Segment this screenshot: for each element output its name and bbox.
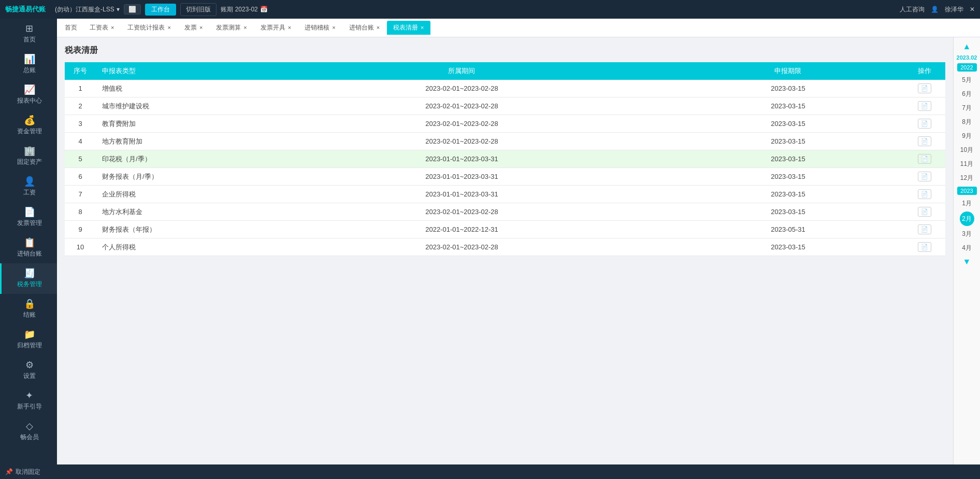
table-row: 9 财务报表（年报） 2022-01-01~2022-12-31 2023-05… xyxy=(65,221,945,238)
timeline-mar[interactable]: 3月 xyxy=(954,227,980,241)
tab-invoice-close[interactable]: × xyxy=(199,25,203,31)
timeline-current-year: 2023 xyxy=(957,187,977,195)
bottom-bar-label: 取消固定 xyxy=(16,468,40,476)
sidebar-item-close[interactable]: 🔒 结账 xyxy=(0,294,57,325)
tab-home[interactable]: 首页 xyxy=(60,21,82,35)
sidebar-item-tax[interactable]: 🧾 税务管理 xyxy=(0,263,57,294)
cell-action[interactable]: 📄 xyxy=(904,80,945,97)
action-btn[interactable]: 📄 xyxy=(918,83,931,93)
cell-action[interactable]: 📄 xyxy=(904,238,945,256)
sidebar-item-archive[interactable]: 📁 归档管理 xyxy=(0,325,57,355)
action-btn[interactable]: 📄 xyxy=(918,119,931,129)
copy-icon-btn[interactable]: ⬜ xyxy=(124,4,141,15)
app-logo: 畅捷通易代账 xyxy=(5,5,46,14)
cell-action[interactable]: 📄 xyxy=(904,168,945,186)
cell-type: 教育费附加 xyxy=(96,115,251,133)
sidebar-item-guide[interactable]: ✦ 新手引导 xyxy=(0,386,57,416)
table-row: 4 地方教育附加 2023-02-01~2023-02-28 2023-03-1… xyxy=(65,133,945,150)
sidebar-item-settings-label: 设置 xyxy=(23,372,36,381)
cell-action[interactable]: 📄 xyxy=(904,115,945,133)
cell-type: 个人所得税 xyxy=(96,238,251,256)
timeline-aug[interactable]: 8月 xyxy=(954,115,980,129)
sidebar-item-member-label: 畅会员 xyxy=(20,433,39,442)
timeline-jun[interactable]: 6月 xyxy=(954,87,980,101)
action-btn[interactable]: 📄 xyxy=(918,207,931,217)
cell-period: 2023-01-01~2023-03-31 xyxy=(251,150,672,168)
workspace-btn[interactable]: 工作台 xyxy=(145,4,176,16)
timeline-oct[interactable]: 10月 xyxy=(954,143,980,157)
sidebar-item-ledger[interactable]: 📊 总账 xyxy=(0,49,57,80)
timeline-up-btn[interactable]: ▲ xyxy=(961,40,973,53)
table-row: 6 财务报表（月/季） 2023-01-01~2023-03-31 2023-0… xyxy=(65,168,945,186)
switch-old-btn[interactable]: 切到旧版 xyxy=(180,3,217,16)
action-btn[interactable]: 📄 xyxy=(918,136,931,146)
tab-invoice-open[interactable]: 发票开具 × xyxy=(254,21,297,35)
action-btn[interactable]: 📄 xyxy=(918,154,931,164)
table-row: 8 地方水利基金 2023-02-01~2023-02-28 2023-03-1… xyxy=(65,203,945,221)
timeline-dec[interactable]: 12月 xyxy=(954,171,980,185)
tab-salary[interactable]: 工资表 × xyxy=(83,21,120,35)
sidebar-item-purchase[interactable]: 📋 进销台账 xyxy=(0,233,57,263)
timeline-down-btn[interactable]: ▼ xyxy=(961,255,973,269)
timeline-jan[interactable]: 1月 xyxy=(954,196,980,210)
company-dropdown-icon[interactable]: ▾ xyxy=(117,6,120,13)
timeline-apr[interactable]: 4月 xyxy=(954,241,980,255)
sidebar-item-fund-label: 资金管理 xyxy=(17,127,42,136)
cell-no: 2 xyxy=(65,97,96,115)
cell-period: 2023-02-01~2023-02-28 xyxy=(251,97,672,115)
calendar-icon[interactable]: 📅 xyxy=(260,6,268,13)
sidebar-item-salary[interactable]: 👤 工资 xyxy=(0,172,57,202)
company-selector[interactable]: (勿动）江西服盒-LSS ▾ xyxy=(55,5,120,14)
timeline-sep[interactable]: 9月 xyxy=(954,129,980,143)
tab-salary-close[interactable]: × xyxy=(111,25,114,31)
ai-consult-btn[interactable]: 人工咨询 xyxy=(900,5,925,14)
close-window-btn[interactable]: ✕ xyxy=(970,6,975,13)
user-name[interactable]: 徐泽华 xyxy=(945,5,963,14)
cell-action[interactable]: 📄 xyxy=(904,133,945,150)
tab-tax-clear[interactable]: 税表清册 × xyxy=(387,21,430,35)
timeline-may[interactable]: 5月 xyxy=(954,73,980,87)
tab-invoice-open-close[interactable]: × xyxy=(288,25,291,31)
sidebar-item-archive-label: 归档管理 xyxy=(17,341,42,350)
sidebar-item-fixed[interactable]: 🏢 固定资产 xyxy=(0,141,57,172)
cell-deadline: 2023-03-15 xyxy=(672,186,904,203)
cell-no: 5 xyxy=(65,150,96,168)
sidebar-item-home[interactable]: ⊞ 首页 xyxy=(0,19,57,49)
timeline-feb[interactable]: 2月 xyxy=(960,212,974,226)
sidebar: ⊞ 首页 📊 总账 📈 报表中心 💰 资金管理 🏢 固定资产 👤 工资 📄 发票… xyxy=(0,19,57,464)
tab-purchase-check-close[interactable]: × xyxy=(332,25,335,31)
tab-salary-stat[interactable]: 工资统计报表 × xyxy=(121,21,177,35)
tab-invoice[interactable]: 发票 × xyxy=(178,21,209,35)
report-icon: 📈 xyxy=(24,85,35,94)
cell-action[interactable]: 📄 xyxy=(904,150,945,168)
tab-tax-clear-close[interactable]: × xyxy=(421,25,424,31)
action-btn[interactable]: 📄 xyxy=(918,101,931,111)
timeline-nov[interactable]: 11月 xyxy=(954,157,980,171)
action-btn[interactable]: 📄 xyxy=(918,242,931,252)
action-btn[interactable]: 📄 xyxy=(918,224,931,234)
action-btn[interactable]: 📄 xyxy=(918,189,931,199)
timeline-period-label: 2023.02 xyxy=(955,53,979,62)
cell-deadline: 2023-03-15 xyxy=(672,150,904,168)
tab-purchase-ledger[interactable]: 进销台账 × xyxy=(343,21,386,35)
cell-action[interactable]: 📄 xyxy=(904,186,945,203)
cell-period: 2023-02-01~2023-02-28 xyxy=(251,80,672,97)
tab-invoice-calc-close[interactable]: × xyxy=(243,25,247,31)
cell-action[interactable]: 📄 xyxy=(904,221,945,238)
sidebar-item-report[interactable]: 📈 报表中心 xyxy=(0,80,57,110)
action-btn[interactable]: 📄 xyxy=(918,172,931,181)
sidebar-item-invoice[interactable]: 📄 发票管理 xyxy=(0,202,57,233)
tab-purchase-check[interactable]: 进销稽核 × xyxy=(298,21,341,35)
fund-icon: 💰 xyxy=(24,116,35,125)
cell-action[interactable]: 📄 xyxy=(904,97,945,115)
table-row: 3 教育费附加 2023-02-01~2023-02-28 2023-03-15… xyxy=(65,115,945,133)
tab-purchase-ledger-close[interactable]: × xyxy=(377,25,380,31)
cell-action[interactable]: 📄 xyxy=(904,203,945,221)
sidebar-item-member[interactable]: ◇ 畅会员 xyxy=(0,416,57,447)
tab-salary-stat-close[interactable]: × xyxy=(167,25,170,31)
bottom-bar[interactable]: 📌 取消固定 xyxy=(0,464,980,479)
tab-invoice-calc[interactable]: 发票测算 × xyxy=(210,21,253,35)
timeline-jul[interactable]: 7月 xyxy=(954,101,980,115)
sidebar-item-settings[interactable]: ⚙ 设置 xyxy=(0,355,57,386)
sidebar-item-fund[interactable]: 💰 资金管理 xyxy=(0,110,57,141)
